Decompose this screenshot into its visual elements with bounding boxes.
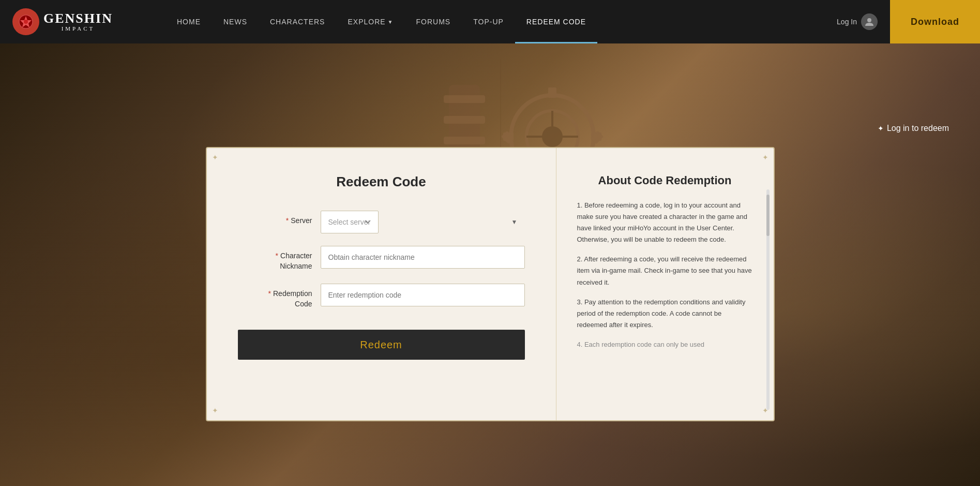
info-point-1: 1. Before redeeming a code, log in to yo…: [577, 200, 753, 245]
scrollbar-track[interactable]: [766, 189, 770, 410]
nickname-required-star: *: [276, 252, 278, 260]
code-label: *RedemptionCode: [238, 284, 321, 309]
login-label: Log In: [837, 18, 857, 26]
user-icon: [861, 13, 878, 30]
server-label: *Server: [238, 211, 321, 226]
explore-chevron-icon: ▼: [388, 19, 394, 25]
logo-text: GENSHIN IMPACT: [43, 12, 113, 32]
nickname-row: *CharacterNickname: [238, 246, 525, 271]
nickname-input[interactable]: [321, 246, 525, 269]
login-button[interactable]: Log In: [837, 13, 878, 30]
select-chevron-icon: ▼: [511, 218, 518, 226]
logo-area: GENSHIN IMPACT: [0, 8, 165, 35]
logo-sub: IMPACT: [43, 25, 113, 32]
nav-links: HOME NEWS CHARACTERS EXPLORE ▼ FORUMS TO…: [165, 0, 824, 43]
svg-point-2: [867, 18, 871, 22]
corner-bottom-left-decoration: ✦: [212, 406, 218, 415]
nav-item-redeem-code[interactable]: REDEEM CODE: [515, 0, 597, 43]
scrollbar-thumb[interactable]: [766, 195, 770, 236]
svg-rect-16: [444, 116, 485, 124]
redeem-form-panel: Redeem Code *Server Select server Americ…: [207, 148, 556, 420]
nav-item-news[interactable]: NEWS: [212, 0, 259, 43]
download-button[interactable]: Download: [890, 0, 980, 43]
navbar: GENSHIN IMPACT HOME NEWS CHARACTERS EXPL…: [0, 0, 980, 43]
nickname-label: *CharacterNickname: [238, 246, 321, 271]
content-card: ✦ ✦ Redeem Code *Server Select server Am…: [206, 147, 775, 421]
nav-item-forums[interactable]: FORUMS: [405, 0, 462, 43]
server-required-star: *: [286, 216, 289, 225]
code-input[interactable]: [321, 284, 525, 306]
server-row: *Server Select server America Europe Asi…: [238, 211, 525, 233]
logo-main: GENSHIN: [43, 12, 113, 25]
logo-icon: [12, 8, 39, 35]
login-to-redeem[interactable]: Log in to redeem: [878, 124, 949, 133]
svg-point-1: [24, 20, 28, 24]
svg-rect-15: [444, 95, 485, 103]
code-row: *RedemptionCode: [238, 284, 525, 309]
info-point-4: 4. Each redemption code can only be used: [577, 339, 753, 350]
info-point-3: 3. Pay attention to the redemption condi…: [577, 297, 753, 331]
server-select[interactable]: Select server America Europe Asia TW/HK/…: [321, 211, 379, 233]
info-panel: About Code Redemption 1. Before redeemin…: [556, 148, 774, 420]
info-point-2: 2. After redeeming a code, you will rece…: [577, 254, 753, 288]
code-required-star: *: [268, 289, 271, 298]
nav-item-characters[interactable]: CHARACTERS: [259, 0, 336, 43]
info-panel-title: About Code Redemption: [577, 174, 753, 187]
svg-rect-6: [548, 87, 556, 98]
svg-rect-17: [444, 137, 485, 144]
hero-background: Log in to redeem ✦ ✦ Redeem Code *Server…: [0, 43, 980, 486]
redeem-button[interactable]: Redeem: [238, 330, 525, 360]
nav-item-home[interactable]: HOME: [165, 0, 212, 43]
server-select-wrapper: Select server America Europe Asia TW/HK/…: [321, 211, 525, 233]
nav-item-explore[interactable]: EXPLORE ▼: [336, 0, 404, 43]
nav-right: Log In: [824, 13, 890, 30]
form-title: Redeem Code: [238, 174, 525, 190]
nav-item-topup[interactable]: TOP-UP: [462, 0, 515, 43]
